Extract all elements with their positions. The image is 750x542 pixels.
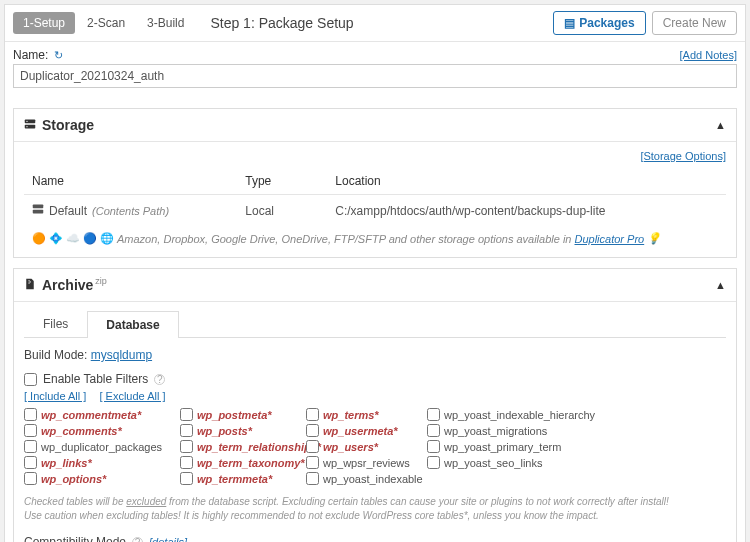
svg-point-2 [26,121,27,122]
table-checkbox-wp-users[interactable]: wp_users* [306,440,421,453]
archive-title: Archive [42,277,93,293]
lightbulb-icon: 💡 [647,232,661,245]
step-1[interactable]: 1-Setup [13,12,75,34]
promo-icons: 🟠 💠 ☁️ 🔵 🌐 [32,232,114,245]
storage-name: Default [49,204,87,218]
table-checkbox-wp-term-taxonomy[interactable]: wp_term_taxonomy* [180,456,300,469]
svg-point-3 [26,126,27,127]
step-3[interactable]: 3-Build [137,12,194,34]
ftp-icon: 🌐 [100,232,114,245]
table-checkbox-wp-usermeta[interactable]: wp_usermeta* [306,424,421,437]
col-name: Name [24,168,237,195]
wizard-topbar: 1-Setup 2-Scan 3-Build Step 1: Package S… [5,5,745,42]
tab-database[interactable]: Database [87,311,178,338]
tables-grid: wp_commentmeta*wp_postmeta*wp_terms*wp_y… [24,408,726,485]
svg-rect-1 [25,125,36,129]
tab-files[interactable]: Files [24,310,87,337]
duplicator-pro-link[interactable]: Duplicator Pro [574,233,644,245]
svg-rect-8 [29,283,30,284]
package-name-input[interactable] [13,64,737,88]
table-checkbox-wp-yoast-migrations[interactable]: wp_yoast_migrations [427,424,612,437]
storage-location: C:/xampp/htdocs/auth/wp-content/backups-… [327,195,726,227]
table-checkbox-wp-yoast-indexable[interactable]: wp_yoast_indexable [306,472,421,485]
build-mode-link[interactable]: mysqldump [91,348,152,362]
storage-table: Name Type Location Default [24,168,726,226]
table-row: Default (Contents Path) Local C:/xampp/h… [24,195,726,227]
table-checkbox-wp-options[interactable]: wp_options* [24,472,174,485]
compat-details-link[interactable]: [details] [149,536,187,542]
server-icon [32,203,44,218]
table-checkbox-wp-commentmeta[interactable]: wp_commentmeta* [24,408,174,421]
svg-rect-4 [33,205,44,209]
exclude-all-link[interactable]: [ Exclude All ] [99,390,165,402]
gdrive-icon: ☁️ [66,232,80,245]
file-archive-icon [24,277,36,293]
include-all-link[interactable]: [ Include All ] [24,390,86,402]
table-checkbox-wp-posts[interactable]: wp_posts* [180,424,300,437]
col-type: Type [237,168,327,195]
step-2[interactable]: 2-Scan [77,12,135,34]
packages-button[interactable]: ▤ Packages [553,11,645,35]
storage-panel: Storage ▲ [Storage Options] Name Type Lo… [13,108,737,258]
enable-table-filters-checkbox[interactable] [24,373,37,386]
create-new-button[interactable]: Create New [652,11,737,35]
collapse-icon: ▲ [715,279,726,291]
collapse-icon: ▲ [715,119,726,131]
build-mode-label: Build Mode: [24,348,87,362]
storage-options-link[interactable]: [Storage Options] [24,150,726,162]
dropbox-icon: 💠 [49,232,63,245]
storage-path-note: (Contents Path) [92,205,169,217]
table-checkbox-wp-duplicator-packages[interactable]: wp_duplicator_packages [24,440,174,453]
storage-title: Storage [42,117,94,133]
svg-rect-7 [30,281,31,282]
archive-format: zip [95,276,107,286]
refresh-icon[interactable]: ↻ [54,49,63,62]
storage-type: Local [237,195,327,227]
table-checkbox-wp-term-relationships[interactable]: wp_term_relationships* [180,440,300,453]
name-label: Name: [13,48,48,62]
enable-table-filters-label: Enable Table Filters [43,372,148,386]
archive-panel: Archive zip ▲ Files Database Build Mode:… [13,268,737,542]
table-checkbox-wp-wpsr-reviews[interactable]: wp_wpsr_reviews [306,456,421,469]
onedrive-icon: 🔵 [83,232,97,245]
amazon-icon: 🟠 [32,232,46,245]
storage-panel-header[interactable]: Storage ▲ [14,109,736,142]
help-icon[interactable]: ? [132,537,143,543]
table-checkbox-wp-yoast-seo-links[interactable]: wp_yoast_seo_links [427,456,612,469]
table-checkbox-wp-termmeta[interactable]: wp_termmeta* [180,472,300,485]
table-checkbox-wp-comments[interactable]: wp_comments* [24,424,174,437]
table-checkbox-wp-yoast-primary-term[interactable]: wp_yoast_primary_term [427,440,612,453]
add-notes-link[interactable]: [Add Notes] [680,49,737,61]
compat-mode-label: Compatibility Mode [24,535,126,542]
svg-rect-0 [25,120,36,124]
table-checkbox-wp-terms[interactable]: wp_terms* [306,408,421,421]
svg-rect-5 [33,210,44,214]
table-checkbox-wp-postmeta[interactable]: wp_postmeta* [180,408,300,421]
page-title: Step 1: Package Setup [210,15,353,31]
archive-box-icon: ▤ [564,16,575,30]
col-location: Location [327,168,726,195]
table-checkbox-wp-yoast-indexable-hierarchy[interactable]: wp_yoast_indexable_hierarchy [427,408,612,421]
storage-promo: 🟠 💠 ☁️ 🔵 🌐 Amazon, Dropbox, Google Drive… [24,226,726,249]
archive-panel-header[interactable]: Archive zip ▲ [14,269,736,302]
table-checkbox-wp-links[interactable]: wp_links* [24,456,174,469]
help-icon[interactable]: ? [154,374,165,385]
svg-rect-6 [29,280,30,281]
server-icon [24,117,36,133]
